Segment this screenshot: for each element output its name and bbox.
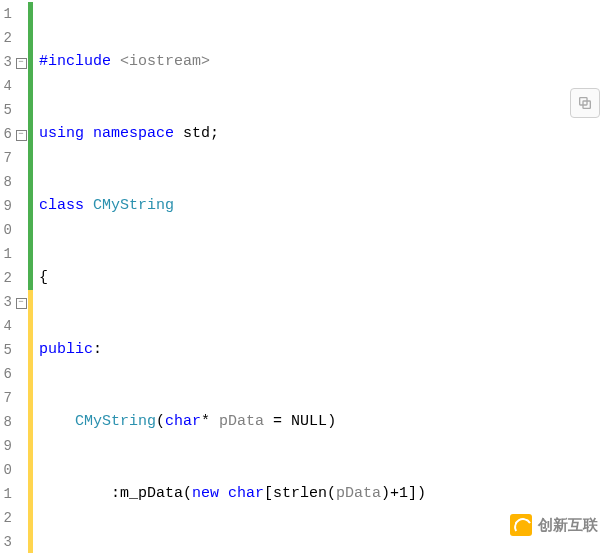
code-line[interactable]: :m_pData(new char[strlen(pData)+1]): [39, 482, 543, 506]
line-number: 8: [0, 410, 14, 434]
line-number: 2: [0, 266, 14, 290]
fold-marker: [14, 314, 28, 338]
fold-marker: [14, 194, 28, 218]
line-number: 0: [0, 458, 14, 482]
line-number: 9: [0, 434, 14, 458]
fold-marker: [14, 362, 28, 386]
fold-marker[interactable]: −: [14, 290, 28, 314]
watermark-text: 创新互联: [538, 513, 598, 537]
line-number: 4: [0, 314, 14, 338]
line-number: 8: [0, 170, 14, 194]
watermark: 创新互联: [510, 513, 598, 537]
code-line[interactable]: using namespace std;: [39, 122, 543, 146]
line-number: 2: [0, 26, 14, 50]
line-number: 7: [0, 146, 14, 170]
line-number: 1: [0, 242, 14, 266]
fold-column: −−−: [14, 0, 28, 553]
fold-marker: [14, 74, 28, 98]
fold-marker: [14, 458, 28, 482]
fold-marker: [14, 530, 28, 553]
code-area[interactable]: #include <iostream> using namespace std;…: [33, 0, 543, 553]
line-number: 6: [0, 362, 14, 386]
fold-marker: [14, 434, 28, 458]
fold-marker[interactable]: −: [14, 50, 28, 74]
copy-button[interactable]: [570, 88, 600, 118]
line-number: 0: [0, 218, 14, 242]
code-line[interactable]: public:: [39, 338, 543, 362]
line-number: 3: [0, 50, 14, 74]
line-number: 5: [0, 338, 14, 362]
line-number: 9: [0, 194, 14, 218]
fold-marker: [14, 338, 28, 362]
watermark-icon: [510, 514, 532, 536]
fold-marker: [14, 386, 28, 410]
fold-marker: [14, 266, 28, 290]
line-number: 3: [0, 530, 14, 553]
line-number-gutter: 12345678901234567890123: [0, 0, 14, 553]
fold-marker: [14, 410, 28, 434]
line-number: 7: [0, 386, 14, 410]
fold-marker: [14, 218, 28, 242]
fold-marker: [14, 482, 28, 506]
line-number: 3: [0, 290, 14, 314]
fold-marker: [14, 242, 28, 266]
copy-icon: [577, 95, 593, 111]
fold-marker: [14, 146, 28, 170]
fold-marker: [14, 2, 28, 26]
line-number: 1: [0, 2, 14, 26]
fold-marker: [14, 98, 28, 122]
code-line[interactable]: class CMyString: [39, 194, 543, 218]
line-number: 2: [0, 506, 14, 530]
fold-marker: [14, 170, 28, 194]
fold-marker[interactable]: −: [14, 122, 28, 146]
code-editor: 12345678901234567890123 −−− #include <io…: [0, 0, 608, 553]
fold-marker: [14, 26, 28, 50]
fold-marker: [14, 506, 28, 530]
line-number: 6: [0, 122, 14, 146]
line-number: 4: [0, 74, 14, 98]
code-line[interactable]: CMyString(char* pData = NULL): [39, 410, 543, 434]
line-number: 1: [0, 482, 14, 506]
code-line[interactable]: #include <iostream>: [39, 50, 543, 74]
code-line[interactable]: {: [39, 266, 543, 290]
line-number: 5: [0, 98, 14, 122]
